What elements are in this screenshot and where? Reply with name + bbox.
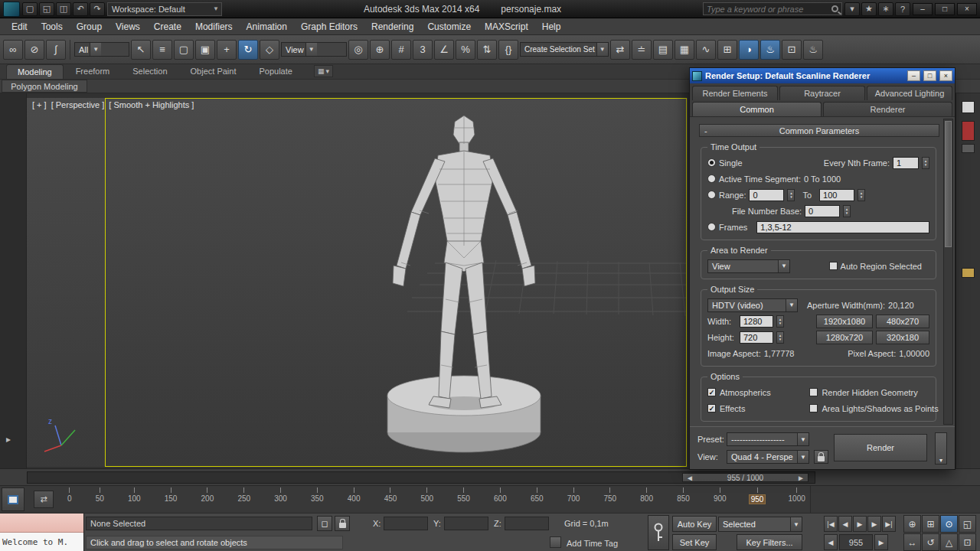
open-file-icon[interactable]: ◱ (39, 2, 54, 16)
maximize-viewport-icon[interactable]: ⊡ (959, 533, 976, 551)
menu-item[interactable]: Modifiers (188, 18, 240, 35)
dialog-tab[interactable]: Raytracer (779, 86, 865, 100)
range-to-field[interactable]: 100 (819, 189, 854, 201)
option-checkbox[interactable]: Render Hidden Geometry (809, 384, 929, 400)
window-close-button[interactable]: × (957, 3, 977, 15)
use-pivot-center-icon[interactable]: ◎ (348, 40, 368, 60)
time-slider-handle[interactable]: ◄ 955 / 1000 ► (682, 473, 808, 482)
size-preset-button[interactable]: 980x551 (816, 331, 873, 344)
key-mode-dropdown[interactable]: Selected▼ (718, 517, 802, 532)
auto-region-checkbox[interactable] (829, 262, 838, 270)
render-button[interactable]: Render (834, 434, 927, 461)
range-radio[interactable] (707, 191, 716, 199)
x-coordinate-field[interactable] (384, 517, 428, 530)
file-number-base-field[interactable]: 0 (805, 205, 840, 217)
save-file-icon[interactable]: ◫ (56, 2, 71, 16)
size-preset-button[interactable]: 320x180 (876, 331, 929, 344)
trackbar-tick[interactable]: 950 (749, 487, 766, 512)
output-size-preset-dropdown[interactable]: HDTV (video)▼ (707, 298, 798, 312)
trackbar-tick[interactable]: 450 (383, 487, 399, 512)
auto-key-button[interactable]: Auto Key (672, 516, 717, 532)
new-scene-icon[interactable]: ▢ (22, 2, 38, 16)
trackbar-zoom-button[interactable]: ⇄ (34, 491, 54, 508)
trackbar-tick[interactable]: 850 (675, 487, 691, 512)
bind-to-space-warp-icon[interactable]: ∫ (46, 40, 66, 60)
maxscript-mini-listener[interactable]: Welcome to M. (0, 514, 84, 551)
viewport-lock-button[interactable] (814, 450, 828, 464)
search-history-icon[interactable]: ▾ (844, 2, 860, 16)
zoom-all-icon[interactable]: ⊞ (922, 515, 939, 533)
size-preset-button[interactable]: 1920x1080 (816, 315, 873, 328)
y-coordinate-field[interactable] (444, 517, 488, 530)
communication-center-icon[interactable]: ∗ (878, 2, 893, 16)
render-mode-arrow-button[interactable]: ▾ (935, 432, 947, 465)
trackbar-tick[interactable]: 50 (94, 487, 106, 512)
option-checkbox[interactable]: Area Lights/Shadows as Points (809, 400, 929, 416)
menu-item[interactable]: Create (147, 18, 188, 35)
window-crossing-icon[interactable]: ▣ (195, 40, 215, 60)
sign-in-icon[interactable]: ★ (861, 2, 877, 16)
undo-icon[interactable]: ↶ (73, 2, 88, 16)
command-panel-red-swatch[interactable] (962, 121, 975, 141)
schematic-view-icon[interactable]: ⊞ (717, 40, 737, 60)
rectangular-selection-icon[interactable]: ▢ (174, 40, 194, 60)
ribbon-tab[interactable]: Object Paint (180, 64, 247, 79)
range-to-spinner[interactable]: ▴▾ (858, 189, 865, 201)
command-panel-yellow-icon[interactable] (962, 268, 975, 278)
range-from-field[interactable]: 0 (749, 189, 784, 201)
trackbar-tick[interactable]: 250 (236, 487, 252, 512)
set-key-button[interactable]: Set Key (672, 534, 717, 550)
command-panel-cursor-icon[interactable] (962, 101, 975, 113)
window-minimize-button[interactable]: – (913, 3, 933, 15)
align-icon[interactable]: ≐ (632, 40, 652, 60)
dialog-close-button[interactable]: × (939, 70, 952, 81)
rendered-frame-icon[interactable]: ⊡ (782, 40, 802, 60)
menu-item[interactable]: Edit (5, 18, 34, 35)
selection-lock-button[interactable] (335, 516, 350, 531)
menu-item[interactable]: Graph Editors (294, 18, 364, 35)
ribbon-tab[interactable]: Selection (122, 64, 178, 79)
set-keys-button[interactable] (648, 515, 669, 550)
pedestal-model[interactable] (387, 376, 541, 452)
trackbar-tick[interactable]: 350 (309, 487, 325, 512)
trackbar-tick[interactable]: 400 (346, 487, 362, 512)
zoom-icon[interactable]: ⊕ (903, 515, 921, 533)
trackbar-tick[interactable]: 1000 (787, 487, 807, 512)
dialog-tab[interactable]: Renderer (823, 102, 952, 116)
key-filters-button[interactable]: Key Filters... (737, 534, 802, 550)
dialog-titlebar[interactable]: Render Setup: Default Scanline Renderer … (690, 68, 955, 83)
area-mode-dropdown[interactable]: View▼ (707, 259, 790, 273)
z-coordinate-field[interactable] (505, 517, 549, 530)
frames-radio[interactable] (707, 223, 716, 231)
help-icon[interactable]: ? (895, 2, 910, 16)
trackbar-tick[interactable]: 100 (126, 487, 142, 512)
single-radio[interactable] (707, 158, 716, 167)
previous-frame-arrow[interactable]: ◄ (686, 474, 694, 482)
scrollbar-thumb[interactable] (945, 121, 952, 247)
go-to-end-button[interactable]: ▶| (882, 516, 896, 532)
render-view-dropdown[interactable]: Quad 4 - Perspe▼ (727, 450, 809, 464)
trackbar-tick[interactable]: 500 (419, 487, 435, 512)
dialog-tab[interactable]: Advanced Lighting (867, 86, 952, 100)
select-by-name-icon[interactable]: ≡ (152, 40, 172, 60)
current-frame-field[interactable]: 955 (839, 534, 873, 550)
viewport-menu-plus[interactable]: [ + ] (32, 100, 47, 109)
named-selection-sets-icon[interactable]: {} (498, 40, 518, 60)
trackbar-tick[interactable]: 700 (566, 487, 582, 512)
trackbar-ruler[interactable]: 0 50 100 150 200 250 (66, 487, 807, 512)
viewport-layout-tabs-arrow[interactable]: ▸ (6, 434, 11, 445)
snaps-toggle-icon[interactable]: 3 (413, 40, 433, 60)
trackbar-tick[interactable]: 550 (456, 487, 472, 512)
spinner-snap-icon[interactable]: ⇅ (477, 40, 497, 60)
frames-field[interactable]: 1,3,5-12 (756, 221, 929, 233)
mirror-icon[interactable]: ⇄ (610, 40, 630, 60)
redo-icon[interactable]: ↷ (90, 2, 105, 16)
play-animation-button[interactable]: ▶ (853, 516, 867, 532)
orbit-icon[interactable]: ↺ (922, 533, 939, 551)
menu-item[interactable]: Help (535, 18, 568, 35)
next-frame-button[interactable]: ▶ (867, 516, 881, 532)
size-preset-button[interactable]: 480x270 (876, 315, 929, 328)
menu-item[interactable]: Views (109, 18, 147, 35)
menu-item[interactable]: Animation (240, 18, 294, 35)
option-checkbox[interactable]: Effects (707, 400, 809, 416)
